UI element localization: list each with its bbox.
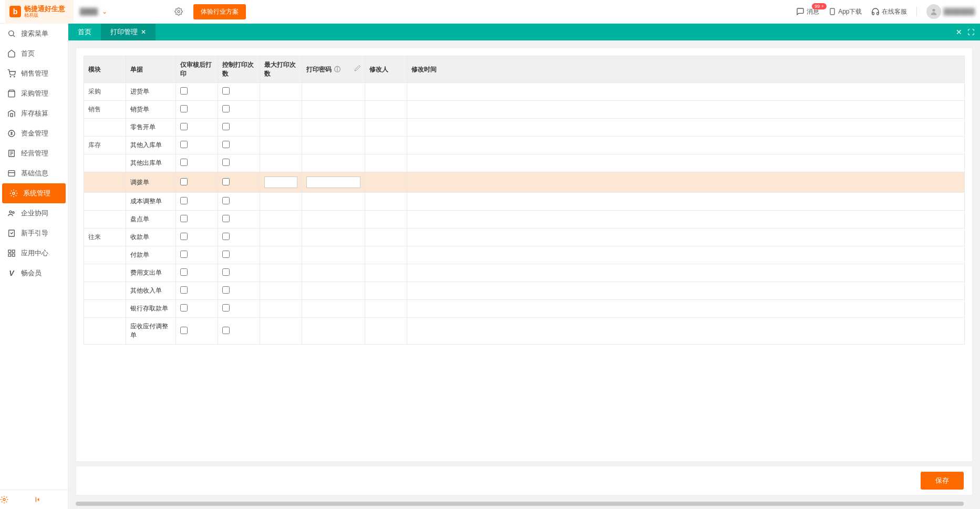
cell-modify-time [407, 282, 965, 300]
message-button[interactable]: 消息 99 + [796, 7, 819, 16]
org-name: ████ [80, 8, 98, 15]
sidebar-item-12[interactable]: V畅会员 [0, 263, 68, 283]
sidebar-item-label: 销售管理 [21, 69, 48, 78]
control-count-checkbox[interactable] [222, 87, 230, 95]
svg-rect-22 [12, 250, 15, 253]
cell-modifier [365, 154, 407, 172]
cell-control-count [218, 119, 260, 137]
sidebar-item-6[interactable]: 经营管理 [0, 143, 68, 163]
user-name: ███████ [943, 8, 975, 15]
sidebar-item-0[interactable]: 搜索菜单 [0, 24, 68, 44]
audit-only-checkbox[interactable] [180, 123, 188, 130]
control-count-checkbox[interactable] [222, 105, 230, 112]
app-download-button[interactable]: App下载 [829, 7, 862, 16]
help-icon[interactable]: ⓘ [334, 66, 341, 73]
control-count-checkbox[interactable] [222, 268, 230, 276]
cell-max-count [260, 172, 302, 193]
control-count-checkbox[interactable] [222, 197, 230, 204]
svg-point-7 [14, 76, 15, 77]
cell-audit-only [176, 300, 218, 318]
cell-max-count [260, 137, 302, 154]
sidebar-item-8[interactable]: 系统管理 [2, 183, 66, 203]
sidebar-item-10[interactable]: 新手引导 [0, 223, 68, 243]
table-row: 付款单 [84, 246, 965, 264]
sidebar-settings-button[interactable] [0, 490, 34, 509]
fullscreen-icon[interactable] [967, 28, 975, 36]
cell-password [302, 300, 365, 318]
cell-modify-time [407, 300, 965, 318]
tab-1[interactable]: 打印管理✕ [101, 24, 156, 40]
control-count-checkbox[interactable] [222, 159, 230, 166]
audit-only-checkbox[interactable] [180, 215, 188, 222]
search-icon [7, 29, 16, 38]
cell-modifier [365, 300, 407, 318]
password-input[interactable] [306, 176, 360, 188]
logo-area: b 畅捷通好生意 精易版 [5, 0, 74, 24]
audit-only-checkbox[interactable] [180, 233, 188, 240]
audit-only-checkbox[interactable] [180, 268, 188, 276]
audit-only-checkbox[interactable] [180, 141, 188, 148]
cell-modify-time [407, 193, 965, 211]
warehouse-icon [7, 109, 16, 118]
svg-point-3 [933, 9, 935, 12]
control-count-checkbox[interactable] [222, 286, 230, 294]
control-count-checkbox[interactable] [222, 178, 230, 185]
cell-control-count [218, 211, 260, 228]
tab-0[interactable]: 首页 [68, 24, 101, 40]
user-menu[interactable]: ███████ [926, 4, 975, 19]
audit-only-checkbox[interactable] [180, 327, 188, 334]
scrollbar-thumb[interactable] [76, 502, 964, 506]
sidebar-item-1[interactable]: 首页 [0, 44, 68, 64]
sidebar-collapse-button[interactable] [34, 490, 68, 509]
table-row: 零售开单 [84, 119, 965, 137]
cell-doc: 其他收入单 [126, 282, 176, 300]
max-count-input[interactable] [264, 176, 297, 188]
save-button[interactable]: 保存 [921, 472, 964, 490]
sidebar-item-2[interactable]: 销售管理 [0, 64, 68, 84]
control-count-checkbox[interactable] [222, 251, 230, 258]
cell-modifier [365, 264, 407, 282]
cell-max-count [260, 193, 302, 211]
svg-point-18 [9, 211, 12, 213]
table-row: 费用支出单 [84, 264, 965, 282]
audit-only-checkbox[interactable] [180, 87, 188, 95]
guide-icon [7, 229, 16, 237]
cell-module: 库存 [84, 137, 126, 154]
table-row: 应收应付调整单 [84, 318, 965, 345]
control-count-checkbox[interactable] [222, 233, 230, 240]
tab-close-all-icon[interactable]: ✕ [956, 28, 962, 36]
tab-label: 首页 [78, 27, 91, 37]
control-count-checkbox[interactable] [222, 215, 230, 222]
cell-module: 采购 [84, 83, 126, 101]
sidebar-item-7[interactable]: 基础信息 [0, 163, 68, 183]
settings-icon[interactable] [174, 7, 183, 16]
sidebar-item-11[interactable]: 应用中心 [0, 243, 68, 263]
cta-button[interactable]: 体验行业方案 [193, 4, 246, 19]
audit-only-checkbox[interactable] [180, 159, 188, 166]
control-count-checkbox[interactable] [222, 327, 230, 334]
org-selector[interactable]: ████ ⌄ [80, 8, 174, 15]
control-count-checkbox[interactable] [222, 141, 230, 148]
online-service-button[interactable]: 在线客服 [871, 7, 907, 16]
audit-only-checkbox[interactable] [180, 251, 188, 258]
audit-only-checkbox[interactable] [180, 286, 188, 294]
svg-point-0 [178, 11, 180, 13]
table-row: 采购进货单 [84, 83, 965, 101]
audit-only-checkbox[interactable] [180, 304, 188, 311]
close-icon[interactable]: ✕ [141, 28, 146, 36]
audit-only-checkbox[interactable] [180, 105, 188, 112]
control-count-checkbox[interactable] [222, 123, 230, 130]
cell-password [302, 211, 365, 228]
sidebar-item-label: 首页 [21, 49, 35, 58]
sidebar-item-9[interactable]: 企业协同 [0, 203, 68, 223]
sidebar-item-3[interactable]: 采购管理 [0, 84, 68, 103]
control-count-checkbox[interactable] [222, 304, 230, 311]
cell-modify-time [407, 246, 965, 264]
audit-only-checkbox[interactable] [180, 197, 188, 204]
sidebar-item-4[interactable]: 库存核算 [0, 103, 68, 123]
edit-icon[interactable] [354, 65, 360, 71]
audit-only-checkbox[interactable] [180, 178, 188, 185]
horizontal-scrollbar[interactable] [76, 501, 973, 507]
cell-modifier [365, 193, 407, 211]
sidebar-item-5[interactable]: 资金管理 [0, 123, 68, 143]
